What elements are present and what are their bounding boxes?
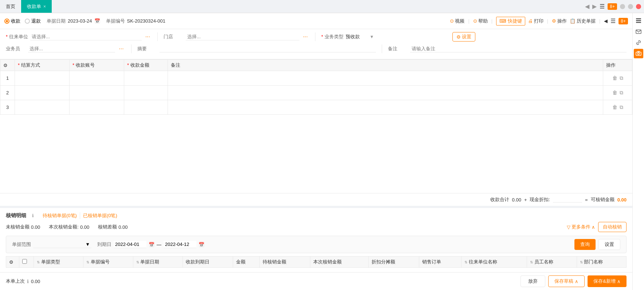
- store-more-icon[interactable]: ···: [302, 34, 309, 40]
- form-divider4: [382, 44, 382, 53]
- calendar-icon[interactable]: 📅: [94, 18, 100, 24]
- arrow-left-icon[interactable]: ◀: [585, 3, 589, 10]
- row-account-2[interactable]: [70, 86, 124, 100]
- sidebar-table-icon[interactable]: [634, 16, 643, 26]
- bottom-gear-icon: ⚙: [9, 259, 13, 265]
- counterpart-label: * 往来单位: [6, 34, 28, 40]
- calendar-from-icon[interactable]: 📅: [149, 242, 154, 247]
- col-action-header: 操作: [603, 60, 632, 71]
- row-account-1[interactable]: [70, 71, 124, 86]
- copy-icon-3[interactable]: ⧉: [620, 104, 623, 110]
- counterpart-input[interactable]: [30, 33, 142, 40]
- radio-refund[interactable]: 退款: [25, 18, 41, 24]
- col-account-header: * 收款账号: [70, 60, 124, 71]
- row-payment-1[interactable]: [15, 71, 70, 86]
- video-btn[interactable]: ⊙ 视频: [450, 18, 464, 24]
- tab-bar-right: ◀ ▶ ☰ 8+: [585, 3, 644, 10]
- row-remark-3[interactable]: [168, 100, 603, 115]
- staff-input[interactable]: [28, 45, 115, 52]
- settings-btn[interactable]: ⚙ 设置: [452, 32, 475, 42]
- help-btn[interactable]: ⊙ 帮助: [473, 18, 488, 24]
- abandon-btn[interactable]: 放弃: [521, 275, 545, 287]
- print-btn[interactable]: 🖨 打印: [528, 18, 543, 24]
- tab-close-icon[interactable]: ×: [43, 4, 46, 9]
- query-btn[interactable]: 查询: [574, 239, 596, 250]
- history-icon: 📋: [570, 18, 576, 24]
- form-divider2: [315, 32, 315, 41]
- badge-icon[interactable]: 8+: [619, 18, 628, 24]
- notification-icon[interactable]: 8+: [608, 3, 617, 10]
- row-amount-2[interactable]: [124, 86, 168, 100]
- info-circle-icon[interactable]: ℹ: [27, 279, 29, 284]
- nav-prev-btn[interactable]: ◀: [604, 18, 608, 24]
- store-input[interactable]: [186, 33, 299, 40]
- maximize-btn[interactable]: [628, 4, 633, 9]
- history-btn[interactable]: 📋 历史单据: [570, 18, 596, 24]
- row-remark-2[interactable]: [168, 86, 603, 100]
- delete-icon-2[interactable]: 🗑: [612, 90, 617, 96]
- summary-input[interactable]: [160, 45, 376, 52]
- form-row-2: 业务员 ··· 摘要 备注: [6, 44, 627, 53]
- staff-more-icon[interactable]: ···: [117, 46, 125, 52]
- sidebar-email-icon[interactable]: [634, 27, 643, 36]
- counterpart-more-icon[interactable]: ···: [144, 34, 152, 40]
- remark-input[interactable]: [410, 45, 627, 52]
- date-value: 2023-03-24: [68, 18, 92, 24]
- arrow-right-icon[interactable]: ▶: [592, 3, 597, 10]
- date-from-input[interactable]: [114, 241, 146, 248]
- range-dropdown[interactable]: ▼: [33, 241, 91, 248]
- operation-btn[interactable]: ⚙ 操作: [552, 18, 567, 24]
- table-gear-icon: ⚙: [3, 63, 8, 68]
- copy-icon-2[interactable]: ⧉: [620, 90, 623, 96]
- business-type-label: * 业务类型: [321, 34, 343, 40]
- layout-icon[interactable]: ☰: [610, 17, 616, 24]
- filter-row: 单据范围 ▼ 到期日 📅 — 📅 查询 设置: [6, 236, 627, 253]
- row-account-3[interactable]: [70, 100, 124, 115]
- tab-pending[interactable]: 待核销单据(0笔): [40, 212, 80, 219]
- col-settings-header[interactable]: ⚙: [0, 60, 15, 71]
- shortcut-btn[interactable]: ⌨ 快捷键: [496, 17, 525, 26]
- col-settings-bottom[interactable]: ⚙: [6, 256, 19, 268]
- more-conditions-btn[interactable]: ▽ 更多条件 ∧: [567, 224, 595, 230]
- row-remark-1[interactable]: [168, 71, 603, 86]
- delete-icon-3[interactable]: 🗑: [612, 104, 617, 110]
- tab-done[interactable]: 已核销单据(0笔): [80, 212, 120, 219]
- delete-icon-1[interactable]: 🗑: [612, 75, 617, 81]
- footer-left: 本单上次 ℹ 0.00: [6, 278, 40, 285]
- menu-icon[interactable]: ☰: [600, 3, 605, 10]
- table-row: 1 🗑 ⧉: [0, 71, 632, 86]
- business-type-select[interactable]: 预收款 ▼: [346, 34, 374, 40]
- tab-receipt[interactable]: 收款单 ×: [21, 0, 52, 13]
- sidebar-camera-icon[interactable]: [634, 49, 643, 58]
- row-amount-1[interactable]: [124, 71, 168, 86]
- col-discount-header: 折扣分摊额: [369, 256, 419, 268]
- calendar-to-icon[interactable]: 📅: [199, 242, 204, 247]
- table-row: 2 🗑 ⧉: [0, 86, 632, 100]
- select-all-checkbox[interactable]: [22, 259, 27, 264]
- filter-settings-btn[interactable]: 设置: [598, 239, 620, 250]
- row-index-2: 2: [0, 86, 15, 100]
- discount-input[interactable]: [553, 197, 582, 203]
- more-conditions-label: 更多条件: [572, 224, 590, 230]
- tab-home[interactable]: 首页: [0, 0, 21, 13]
- copy-icon-1[interactable]: ⧉: [620, 75, 623, 81]
- separator1: |: [468, 18, 469, 24]
- tab-receipt-label: 收款单: [27, 3, 41, 10]
- minimize-btn[interactable]: [620, 4, 625, 9]
- plus-sign: +: [524, 197, 527, 203]
- auto-btn[interactable]: 自动核销: [598, 222, 627, 232]
- row-payment-2[interactable]: [15, 86, 70, 100]
- date-to-input[interactable]: [164, 241, 196, 248]
- radio-receive[interactable]: 收款: [4, 18, 20, 24]
- col-checkbox-header[interactable]: [19, 256, 34, 268]
- close-btn[interactable]: [636, 4, 641, 9]
- row-amount-3[interactable]: [124, 100, 168, 115]
- sidebar-link-icon[interactable]: [634, 38, 643, 47]
- save-new-btn[interactable]: 保存&新增 ∧: [588, 275, 627, 287]
- remark-label: 备注: [388, 46, 408, 52]
- this-cancel-label: 本次核销金额:: [49, 224, 79, 230]
- row-payment-3[interactable]: [15, 100, 70, 115]
- save-draft-btn[interactable]: 保存草稿 ∧: [548, 275, 585, 287]
- svg-rect-0: [636, 18, 641, 19]
- row-index-1: 1: [0, 71, 15, 86]
